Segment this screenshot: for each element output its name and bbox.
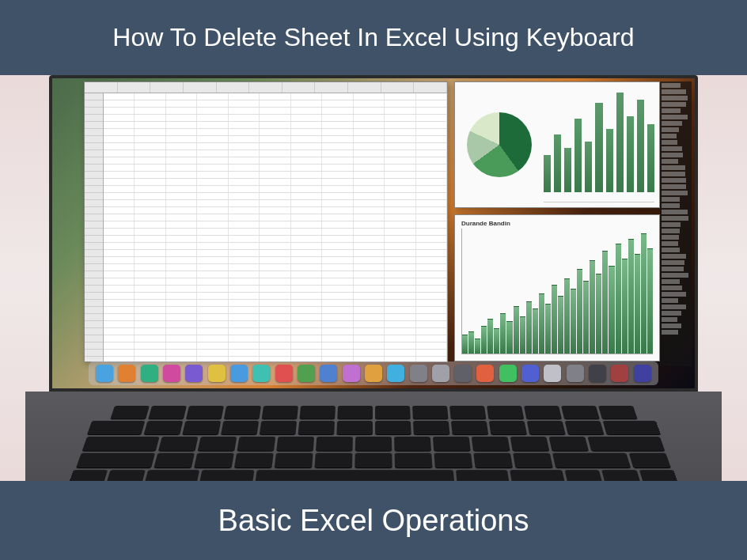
area-segment [552,285,557,354]
keyboard-key [488,421,526,434]
keyboard-key [154,453,195,468]
dock-app-icon [544,365,561,382]
keyboard-key [223,406,260,419]
area-segment [577,269,582,354]
spreadsheet-column-headers [85,82,447,93]
bar-segment [627,116,634,192]
dock-app-icon [118,365,135,382]
dock-app-icon [499,365,517,382]
keyboard-key [629,453,671,468]
spreadsheet-window [84,81,448,362]
keyboard-key [194,453,234,468]
dock-app-icon [387,365,404,382]
area-segment [545,304,551,354]
keyboard-key [87,421,145,434]
hero-image-area: Durande Bandin [0,75,747,481]
keyboard-key [561,406,600,419]
keyboard-key [602,421,660,434]
dock-app-icon [141,365,158,382]
keyboard-key [76,453,155,468]
keyboard-key [314,453,352,468]
dock-app-icon [432,365,449,382]
area-segment [539,293,544,354]
keyboard-key [237,437,276,451]
bar-segment [606,129,613,192]
keyboard-key [299,406,336,419]
keyboard-key [394,437,431,451]
spreadsheet-grid [104,93,447,361]
area-segment [526,301,532,354]
keyboard-key [259,421,296,434]
area-segment [641,233,647,354]
dock-app-icon [567,365,584,382]
keyboard-key [143,421,183,434]
area-segment [596,274,601,354]
area-segment [558,296,563,354]
area-segment [475,339,480,354]
area-segment [609,266,614,354]
bar-segment [544,155,551,192]
dock-app-icon [185,365,203,382]
dock-app-icon [275,365,293,382]
keyboard-key [316,437,353,451]
footer-title: Basic Excel Operations [218,504,529,538]
dock-app-icon [230,365,248,382]
keyboard-key [221,421,259,434]
area-segment [506,321,512,354]
chart-window-top [454,81,660,208]
desktop-wallpaper: Durande Bandin [52,78,695,388]
keyboard-key [412,406,449,419]
keyboard-key [298,421,334,434]
keyboard-key [337,406,373,419]
dock-app-icon [589,365,606,382]
keyboard-key [186,406,224,419]
chart-title: Durande Bandin [461,218,653,229]
area-segment [481,326,487,354]
laptop-illustration: Durande Bandin [25,75,722,486]
area-segment [487,319,493,354]
keyboard-key [524,406,562,419]
keyboard-key [395,453,433,468]
dock-app-icon [476,365,494,382]
area-segment [514,306,519,354]
area-segment [520,316,525,354]
bar-segment [637,100,644,192]
area-segment [564,278,570,354]
dock-app-icon [96,365,113,382]
keyboard-key [336,421,373,434]
footer-bar: Basic Excel Operations [0,481,747,560]
keyboard-key [587,437,665,451]
dock-app-icon [320,365,337,382]
keyboard-key [412,421,449,434]
keyboard-key [148,406,187,419]
keyboard-key [355,453,392,468]
bar-segment [554,134,561,192]
macos-dock [89,361,658,385]
dock-app-icon [365,365,382,382]
dock-app-icon [343,365,360,382]
keyboard-key [355,437,392,451]
keyboard-key [552,453,631,468]
spreadsheet-row-headers [85,93,104,361]
area-segment [494,328,499,354]
keyboard-key [450,421,487,434]
side-properties-panel [660,81,692,366]
bar-segment [585,142,592,192]
area-segment [647,248,653,354]
keyboard-key [487,406,524,419]
area-segment [583,281,589,354]
bar-segment [647,124,654,192]
keyboard-key [375,406,411,419]
keyboard-key [526,421,565,434]
laptop-screen: Durande Bandin [49,75,698,392]
keyboard-key [261,406,298,419]
area-segment [462,335,468,354]
keyboard [69,406,679,484]
keyboard-key [82,437,160,451]
area-segment [533,308,538,354]
keyboard-key [564,421,604,434]
bar-segment [616,93,624,192]
area-segment [635,254,640,354]
keyboard-key [375,421,411,434]
keyboard-key [449,406,486,419]
